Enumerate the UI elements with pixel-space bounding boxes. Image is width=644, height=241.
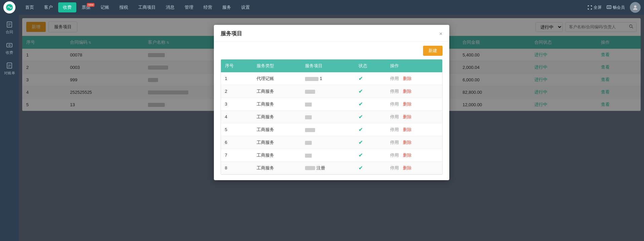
- delete-link[interactable]: 删除: [403, 127, 412, 132]
- modal-cell-seq: 7: [221, 149, 253, 162]
- nav-item-票据[interactable]: 票据new: [77, 2, 95, 12]
- statement-icon: [6, 62, 13, 69]
- sidebar-label: 对账单: [4, 71, 15, 76]
- modal-cell-status: ✔: [354, 72, 386, 85]
- modal-cell-type: 工商服务: [253, 123, 301, 136]
- modal-cell-type: 工商服务: [253, 162, 301, 174]
- modal-cell-actions: 停用 删除: [386, 98, 442, 111]
- modal-cell-status: ✔: [354, 123, 386, 136]
- modal-cell-item: [301, 149, 354, 162]
- svg-point-2: [634, 5, 636, 8]
- modal-cell-seq: 2: [221, 85, 253, 98]
- modal-cell-item: [301, 85, 354, 98]
- modal-table-row: 4 工商服务 ✔ 停用 删除: [221, 111, 442, 123]
- modal-table-row: 1 代理记账 1 ✔ 停用 删除: [221, 72, 442, 85]
- delete-link[interactable]: 删除: [403, 165, 412, 170]
- blurred-item: [305, 90, 315, 94]
- modal-cell-status: ✔: [354, 111, 386, 123]
- modal-cell-seq: 6: [221, 136, 253, 149]
- content-area: 新增 服务项目 进行中 序号合同编码⇅客户名称: [19, 15, 644, 241]
- modal-table-row: 5 工商服务 ✔ 停用 删除: [221, 123, 442, 136]
- sidebar-item-合同[interactable]: 合同: [1, 18, 18, 37]
- nav-item-经营[interactable]: 经营: [199, 2, 217, 12]
- nav-right: 全屏 畅会员: [588, 2, 641, 13]
- blurred-item: [305, 128, 315, 132]
- svg-rect-1: [607, 6, 611, 9]
- delete-link[interactable]: 删除: [403, 114, 412, 119]
- delete-link[interactable]: 删除: [403, 89, 412, 94]
- modal-table-row: 8 工商服务 注册 ✔ 停用 删除: [221, 162, 442, 174]
- status-check-icon: ✔: [358, 76, 363, 81]
- modal-new-btn[interactable]: 新建: [423, 46, 443, 56]
- disable-link[interactable]: 停用: [390, 153, 399, 158]
- nav-item-收费[interactable]: 收费: [58, 2, 76, 12]
- nav-item-客户[interactable]: 客户: [39, 2, 58, 12]
- modal-cell-status: ✔: [354, 162, 386, 174]
- contract-icon: [6, 21, 13, 28]
- nav-item-设置[interactable]: 设置: [236, 2, 255, 12]
- nav-items: 首页客户收费票据new记账报税工商项目消息管理经营服务设置: [21, 2, 588, 12]
- modal-cell-status: ✔: [354, 85, 386, 98]
- main-layout: 合同收费对账单 新增 服务项目 进行中: [0, 15, 644, 241]
- status-check-icon: ✔: [358, 101, 363, 107]
- status-check-icon: ✔: [358, 88, 363, 94]
- modal-cell-actions: 停用 删除: [386, 72, 442, 85]
- status-check-icon: ✔: [358, 165, 363, 171]
- modal-cell-status: ✔: [354, 149, 386, 162]
- nav-item-报税[interactable]: 报税: [115, 2, 133, 12]
- nav-item-工商项目[interactable]: 工商项目: [134, 2, 160, 12]
- disable-link[interactable]: 停用: [390, 114, 399, 119]
- disable-link[interactable]: 停用: [390, 165, 399, 170]
- modal-cell-actions: 停用 删除: [386, 123, 442, 136]
- status-check-icon: ✔: [358, 139, 363, 145]
- member-btn[interactable]: 畅会员: [607, 5, 625, 10]
- blurred-item: [305, 103, 312, 107]
- modal-table: 序号服务类型服务项目状态操作 1 代理记账 1 ✔ 停用 删除 2 工商服务 ✔…: [221, 59, 442, 174]
- nav-item-消息[interactable]: 消息: [161, 2, 179, 12]
- modal-table-wrap: 序号服务类型服务项目状态操作 1 代理记账 1 ✔ 停用 删除 2 工商服务 ✔…: [221, 59, 443, 175]
- fullscreen-btn[interactable]: 全屏: [588, 5, 602, 10]
- nav-item-记账[interactable]: 记账: [96, 2, 114, 12]
- modal-overlay[interactable]: 服务项目 × 新建 序号服务类型服务项目状态操作 1 代理记账 1 ✔: [19, 15, 644, 241]
- modal-cell-actions: 停用 删除: [386, 111, 442, 123]
- nav-item-服务[interactable]: 服务: [218, 2, 236, 12]
- modal-table-row: 2 工商服务 ✔ 停用 删除: [221, 85, 442, 98]
- modal-cell-type: 工商服务: [253, 85, 301, 98]
- modal-title: 服务项目: [221, 30, 242, 37]
- status-check-icon: ✔: [358, 127, 363, 132]
- modal-col-header-0: 序号: [221, 59, 253, 72]
- disable-link[interactable]: 停用: [390, 140, 399, 145]
- modal-cell-type: 工商服务: [253, 136, 301, 149]
- svg-rect-7: [7, 43, 12, 47]
- disable-link[interactable]: 停用: [390, 102, 399, 107]
- modal-close-btn[interactable]: ×: [439, 31, 442, 37]
- delete-link[interactable]: 删除: [403, 76, 412, 81]
- delete-link[interactable]: 删除: [403, 153, 412, 158]
- modal-col-header-2: 服务项目: [301, 59, 354, 72]
- modal-col-header-3: 状态: [354, 59, 386, 72]
- blurred-item: [305, 154, 312, 158]
- modal-table-row: 6 工商服务 ✔ 停用 删除: [221, 136, 442, 149]
- delete-link[interactable]: 删除: [403, 140, 412, 145]
- logo[interactable]: [3, 1, 15, 13]
- modal-cell-seq: 8: [221, 162, 253, 174]
- sidebar-item-收费[interactable]: 收费: [1, 39, 18, 58]
- nav-item-首页[interactable]: 首页: [21, 2, 39, 12]
- modal-col-header-4: 操作: [386, 59, 442, 72]
- modal-cell-actions: 停用 删除: [386, 162, 442, 174]
- modal-cell-type: 工商服务: [253, 111, 301, 123]
- disable-link[interactable]: 停用: [390, 76, 399, 81]
- disable-link[interactable]: 停用: [390, 127, 399, 132]
- delete-link[interactable]: 删除: [403, 102, 412, 107]
- disable-link[interactable]: 停用: [390, 89, 399, 94]
- modal-header: 服务项目 ×: [214, 25, 449, 42]
- modal-cell-type: 代理记账: [253, 72, 301, 85]
- modal-toolbar: 新建: [221, 46, 443, 56]
- nav-item-管理[interactable]: 管理: [180, 2, 198, 12]
- avatar[interactable]: [630, 2, 641, 13]
- blurred-item: [305, 166, 315, 170]
- modal-cell-seq: 3: [221, 98, 253, 111]
- sidebar-item-对账单[interactable]: 对账单: [1, 59, 18, 78]
- modal-body: 新建 序号服务类型服务项目状态操作 1 代理记账 1 ✔ 停用 删除 2 工商服…: [214, 42, 449, 180]
- modal-cell-actions: 停用 删除: [386, 136, 442, 149]
